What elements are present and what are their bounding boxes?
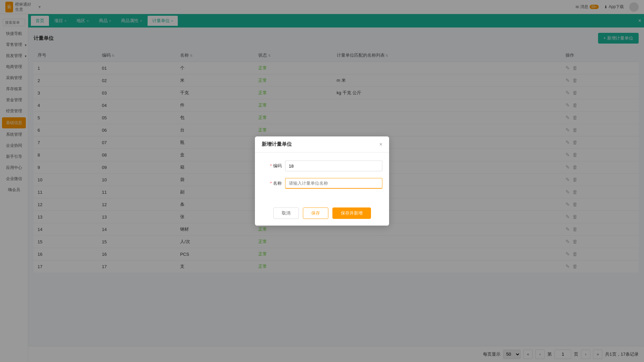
modal-body: 编码 名称	[255, 153, 389, 203]
modal-footer: 取消 保存 保存并新增	[255, 203, 389, 226]
save-and-new-button[interactable]: 保存并新增	[332, 207, 371, 219]
form-row-name: 名称	[262, 178, 382, 189]
modal-header: 新增计量单位 ×	[255, 136, 389, 153]
name-label: 名称	[262, 180, 282, 186]
modal-overlay: 新增计量单位 × 编码 名称 取消 保存 保存并新增	[0, 0, 644, 362]
name-input[interactable]	[285, 178, 382, 189]
modal-close-button[interactable]: ×	[379, 141, 382, 147]
add-measure-unit-modal: 新增计量单位 × 编码 名称 取消 保存 保存并新增	[255, 136, 389, 226]
form-row-code: 编码	[262, 161, 382, 171]
cancel-button[interactable]: 取消	[273, 207, 299, 219]
save-button[interactable]: 保存	[303, 207, 328, 219]
modal-title: 新增计量单位	[262, 141, 292, 147]
code-input[interactable]	[285, 161, 382, 171]
code-label: 编码	[262, 163, 282, 169]
